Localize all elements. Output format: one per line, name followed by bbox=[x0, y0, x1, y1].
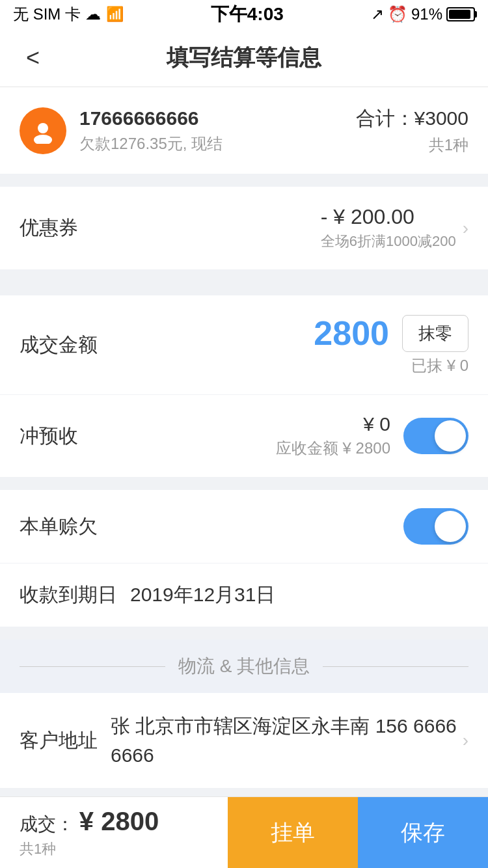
user-phone: 17666666666 bbox=[79, 107, 223, 129]
amount-sub: 已抹 ¥ 0 bbox=[411, 355, 468, 376]
back-button[interactable]: < bbox=[20, 38, 46, 78]
coupon-row[interactable]: 优惠券 - ¥ 200.00 全场6折满1000减200 › bbox=[0, 187, 488, 269]
address-label: 客户地址 bbox=[20, 727, 98, 754]
user-left: 17666666666 欠款1276.35元, 现结 bbox=[20, 107, 223, 154]
svg-point-1 bbox=[34, 135, 52, 144]
location-icon: ↗ bbox=[371, 5, 384, 23]
bottom-amount: ¥ 2800 bbox=[79, 807, 159, 835]
bottom-bar: 成交： ¥ 2800 共1种 挂单 保存 bbox=[0, 796, 488, 868]
amount-value: 2800 bbox=[314, 314, 389, 353]
status-right: ↗ ⏰ 91% bbox=[371, 5, 475, 23]
coupon-desc: 全场6折满1000减200 bbox=[321, 232, 456, 251]
deal-amount-row: 成交金额 2800 抹零 已抹 ¥ 0 bbox=[0, 295, 488, 395]
avatar bbox=[20, 107, 66, 154]
user-debt: 欠款1276.35元, 现结 bbox=[79, 133, 223, 154]
address-arrow-icon: › bbox=[463, 730, 468, 751]
alarm-icon: ⏰ bbox=[388, 5, 407, 23]
content-area: 17666666666 欠款1276.35元, 现结 合计：¥3000 共1种 … bbox=[0, 87, 488, 868]
toggle-knob bbox=[435, 420, 466, 452]
user-info: 17666666666 欠款1276.35元, 现结 bbox=[79, 107, 223, 154]
chongyu-right: ¥ 0 应收金额 ¥ 2800 bbox=[276, 413, 390, 459]
section-divider-2 bbox=[0, 477, 488, 490]
nav-bar: < 填写结算等信息 bbox=[0, 29, 488, 87]
chongyu-toggle[interactable] bbox=[403, 418, 468, 454]
status-left: 无 SIM 卡 ☁ 📶 bbox=[13, 4, 124, 25]
battery-icon bbox=[446, 7, 475, 21]
chongyu-label: 冲预收 bbox=[20, 423, 78, 450]
chongyu-row: 冲预收 ¥ 0 应收金额 ¥ 2800 bbox=[0, 395, 488, 477]
bottom-actions: 挂单 保存 bbox=[228, 797, 488, 869]
wifi-icon: 📶 bbox=[106, 6, 124, 23]
deal-amount-label: 成交金额 bbox=[20, 332, 98, 359]
form-section: 成交金额 2800 抹零 已抹 ¥ 0 冲预收 ¥ 0 应收金额 ¥ 2800 bbox=[0, 295, 488, 477]
total-count: 共1种 bbox=[356, 135, 468, 156]
chongyu-receivable: 应收金额 ¥ 2800 bbox=[276, 438, 390, 459]
coupon-right: - ¥ 200.00 全场6折满1000减200 › bbox=[321, 205, 468, 251]
bendan-toggle[interactable] bbox=[403, 508, 468, 545]
bendan-row: 本单赊欠 bbox=[0, 490, 488, 563]
date-row: 收款到期日 2019年12月31日 bbox=[0, 563, 488, 627]
address-value: 张 北京市市辖区海淀区永丰南 156 6666 6666 bbox=[111, 711, 463, 770]
svg-point-0 bbox=[38, 123, 48, 133]
bottom-deal-line: 成交： ¥ 2800 bbox=[20, 807, 208, 837]
hang-button[interactable]: 挂单 bbox=[228, 797, 358, 869]
status-time: 下午4:03 bbox=[211, 2, 284, 27]
logistics-line-right bbox=[323, 666, 468, 667]
user-card: 17666666666 欠款1276.35元, 现结 合计：¥3000 共1种 bbox=[0, 87, 488, 174]
no-sim-text: 无 SIM 卡 ☁ bbox=[13, 4, 101, 25]
logistics-title: 物流 & 其他信息 bbox=[178, 654, 310, 679]
total-amount: 合计：¥3000 bbox=[356, 105, 468, 132]
section-divider-1 bbox=[0, 282, 488, 295]
chongyu-amount: ¥ 0 bbox=[276, 413, 390, 435]
coupon-discount: - ¥ 200.00 bbox=[321, 205, 456, 229]
status-bar: 无 SIM 卡 ☁ 📶 下午4:03 ↗ ⏰ 91% bbox=[0, 0, 488, 29]
bottom-count: 共1种 bbox=[20, 839, 208, 859]
logistics-header: 物流 & 其他信息 bbox=[0, 640, 488, 693]
round-button[interactable]: 抹零 bbox=[402, 315, 468, 352]
address-row[interactable]: 客户地址 张 北京市市辖区海淀区永丰南 156 6666 6666 › bbox=[0, 693, 488, 788]
save-button[interactable]: 保存 bbox=[358, 797, 488, 869]
bottom-summary: 成交： ¥ 2800 共1种 bbox=[0, 807, 228, 859]
bottom-deal-label: 成交： bbox=[20, 814, 74, 834]
amount-right: 2800 抹零 bbox=[314, 314, 468, 353]
due-date-label: 收款到期日 bbox=[20, 582, 117, 608]
coupon-label: 优惠券 bbox=[20, 215, 78, 241]
battery-text: 91% bbox=[411, 5, 442, 23]
bendan-label: 本单赊欠 bbox=[20, 513, 98, 540]
due-date-value: 2019年12月31日 bbox=[130, 582, 275, 608]
bendan-toggle-knob bbox=[435, 511, 466, 542]
user-right: 合计：¥3000 共1种 bbox=[356, 105, 468, 156]
coupon-arrow-icon: › bbox=[463, 218, 468, 239]
logistics-line-left bbox=[20, 666, 165, 667]
page-title: 填写结算等信息 bbox=[167, 43, 321, 73]
